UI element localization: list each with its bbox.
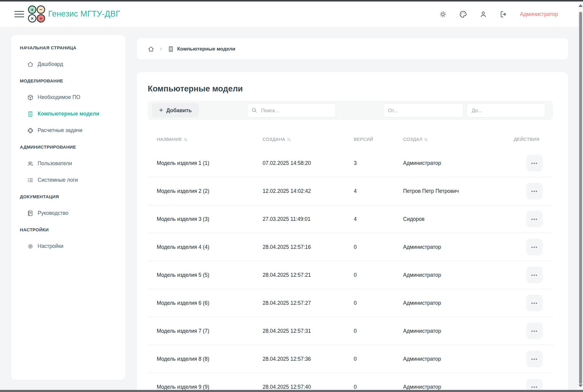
sidebar-item-label: Пользователи bbox=[38, 160, 72, 167]
vertical-scrollbar[interactable] bbox=[578, 2, 583, 390]
menu-button[interactable] bbox=[14, 10, 24, 18]
cell-versions: 4 bbox=[354, 188, 403, 194]
cell-author: Администратор bbox=[403, 244, 514, 250]
date-to-input[interactable] bbox=[467, 103, 545, 118]
row-actions-button[interactable]: ••• bbox=[526, 155, 543, 171]
package-icon bbox=[27, 94, 34, 101]
header-actions: Администратор bbox=[439, 2, 558, 27]
horizontal-scrollbar[interactable] bbox=[0, 390, 583, 392]
table-row[interactable]: Модель изделия 8 (8) 28.04.2025 12:57:36… bbox=[148, 345, 553, 373]
cell-created: 28.04.2025 12:57:40 bbox=[263, 384, 354, 390]
column-header-author[interactable]: СОЗДАЛ ↑↓ bbox=[403, 137, 514, 142]
ellipsis-icon: ••• bbox=[531, 273, 538, 278]
sidebar-item[interactable]: Руководство bbox=[20, 205, 125, 221]
table-toolbar: + Добавить bbox=[148, 101, 553, 120]
calculator-icon bbox=[168, 46, 174, 52]
sidebar-item-label: Руководство bbox=[38, 210, 68, 216]
table-header-row: НАЗВАНИЕ ↑↓ СОЗДАНА ↑↓ ВЕРСИЙ СОЗДАЛ ↑↓ … bbox=[148, 120, 553, 149]
breadcrumb: Компьютерные модели bbox=[137, 38, 568, 60]
table-row[interactable]: Модель изделия 2 (2) 12.02.2025 14:02:42… bbox=[148, 177, 553, 205]
logo-minus-icon: − bbox=[37, 5, 45, 14]
table-row[interactable]: Модель изделия 3 (3) 27.03.2025 11:49:01… bbox=[148, 205, 553, 233]
ellipsis-icon: ••• bbox=[531, 245, 538, 250]
table-row[interactable]: Модель изделия 4 (4) 28.04.2025 12:57:16… bbox=[148, 233, 553, 261]
breadcrumb-page-label: Компьютерные модели bbox=[177, 46, 235, 52]
cell-author: Администратор bbox=[403, 356, 514, 362]
page-title: Компьютерные модели bbox=[148, 84, 553, 94]
palette-icon[interactable] bbox=[459, 10, 467, 18]
ellipsis-icon: ••• bbox=[531, 301, 538, 306]
scrollbar-thumb[interactable] bbox=[579, 12, 582, 384]
calculator-icon bbox=[27, 111, 34, 117]
row-actions-button[interactable]: ••• bbox=[526, 295, 543, 311]
table-row[interactable]: Модель изделия 5 (5) 28.04.2025 12:57:21… bbox=[148, 261, 553, 289]
table-row[interactable]: Модель изделия 1 (1) 07.02.2025 14:58:20… bbox=[148, 149, 553, 177]
sidebar-item[interactable]: Системные логи bbox=[20, 172, 125, 188]
column-header-name[interactable]: НАЗВАНИЕ ↑↓ bbox=[157, 137, 263, 142]
add-button[interactable]: + Добавить bbox=[152, 103, 199, 118]
cell-author: Сидоров bbox=[403, 216, 514, 222]
user-icon[interactable] bbox=[479, 10, 487, 18]
sort-icon: ↑↓ bbox=[424, 137, 427, 142]
app-title: Генезис МГТУ-ДВГ bbox=[48, 9, 120, 19]
row-actions-button[interactable]: ••• bbox=[526, 211, 543, 227]
sidebar-item[interactable]: Пользователи bbox=[20, 155, 125, 172]
cell-versions: 0 bbox=[354, 356, 403, 362]
theme-toggle-sun-icon[interactable] bbox=[439, 10, 447, 18]
cell-author: Администратор bbox=[403, 384, 514, 390]
home-icon[interactable] bbox=[148, 46, 154, 52]
sidebar-nav: НАЧАЛЬНАЯ СТРАНИЦА ДашбоардМОДЕЛИРОВАНИЕ… bbox=[11, 35, 125, 380]
sidebar-item[interactable]: Настройки bbox=[20, 238, 125, 255]
cpu-icon bbox=[27, 127, 34, 134]
row-actions-button[interactable]: ••• bbox=[526, 323, 543, 339]
sidebar-item[interactable]: Расчетные задачи bbox=[20, 122, 125, 139]
sidebar-item[interactable]: Компьютерные модели bbox=[20, 106, 125, 122]
table-body: Модель изделия 1 (1) 07.02.2025 14:58:20… bbox=[148, 149, 553, 392]
sidebar-item-label: Настройки bbox=[38, 243, 63, 249]
sidebar-item[interactable]: Дашбоард bbox=[20, 56, 125, 73]
cell-versions: 0 bbox=[354, 272, 403, 278]
search-input[interactable] bbox=[247, 103, 336, 118]
sidebar-section-title: ДОКУМЕНТАЦИЯ bbox=[20, 188, 125, 205]
user-role-label[interactable]: Администратор bbox=[520, 11, 558, 17]
row-actions-button[interactable]: ••• bbox=[526, 183, 543, 199]
ellipsis-icon: ••• bbox=[531, 217, 538, 222]
scroll-up-arrow-icon[interactable] bbox=[578, 4, 583, 7]
logo-multiply-icon: × bbox=[28, 14, 36, 23]
ellipsis-icon: ••• bbox=[531, 161, 538, 166]
row-actions-button[interactable]: ••• bbox=[526, 239, 543, 255]
sidebar-item-label: Расчетные задачи bbox=[38, 127, 82, 134]
sidebar-item[interactable]: Необходимое ПО bbox=[20, 89, 125, 106]
book-icon bbox=[27, 210, 34, 217]
app-logo: + − × ÷ bbox=[28, 5, 45, 23]
scroll-down-arrow-icon[interactable] bbox=[578, 384, 583, 387]
users-icon bbox=[27, 160, 34, 167]
row-actions-button[interactable]: ••• bbox=[526, 267, 543, 283]
table-row[interactable]: Модель изделия 6 (6) 28.04.2025 12:57:27… bbox=[148, 289, 553, 317]
cell-author: Администратор bbox=[403, 300, 514, 306]
row-actions-button[interactable]: ••• bbox=[526, 350, 543, 367]
column-header-actions: ДЕЙСТВИЯ bbox=[514, 137, 553, 142]
sidebar-section-title: АДМИНИСТРИРОВАНИЕ bbox=[20, 139, 125, 155]
table-row[interactable]: Модель изделия 9 (9) 28.04.2025 12:57:40… bbox=[148, 373, 553, 392]
sidebar-item-label: Компьютерные модели bbox=[38, 111, 99, 117]
date-from-input[interactable] bbox=[383, 103, 464, 118]
cell-created: 28.04.2025 12:57:16 bbox=[263, 244, 354, 250]
sidebar-section-title: МОДЕЛИРОВАНИЕ bbox=[20, 73, 125, 89]
ellipsis-icon: ••• bbox=[531, 384, 538, 390]
app-header: + − × ÷ Генезис МГТУ-ДВГ Администратор bbox=[0, 2, 578, 27]
sort-icon: ↑↓ bbox=[287, 137, 290, 142]
cell-name: Модель изделия 3 (3) bbox=[157, 216, 263, 222]
column-header-created[interactable]: СОЗДАНА ↑↓ bbox=[263, 137, 354, 142]
cell-created: 28.04.2025 12:57:36 bbox=[263, 356, 354, 362]
chevron-right-icon bbox=[158, 46, 164, 52]
cell-name: Модель изделия 4 (4) bbox=[157, 244, 263, 250]
window-top-edge bbox=[0, 0, 583, 2]
sidebar-section-title: НАЧАЛЬНАЯ СТРАНИЦА bbox=[20, 39, 125, 56]
cell-created: 28.04.2025 12:57:27 bbox=[263, 300, 354, 306]
logout-icon[interactable] bbox=[499, 10, 507, 18]
cell-versions: 0 bbox=[354, 328, 403, 334]
cell-name: Модель изделия 5 (5) bbox=[157, 272, 263, 278]
ellipsis-icon: ••• bbox=[531, 357, 538, 362]
table-row[interactable]: Модель изделия 7 (7) 28.04.2025 12:57:31… bbox=[148, 317, 553, 345]
